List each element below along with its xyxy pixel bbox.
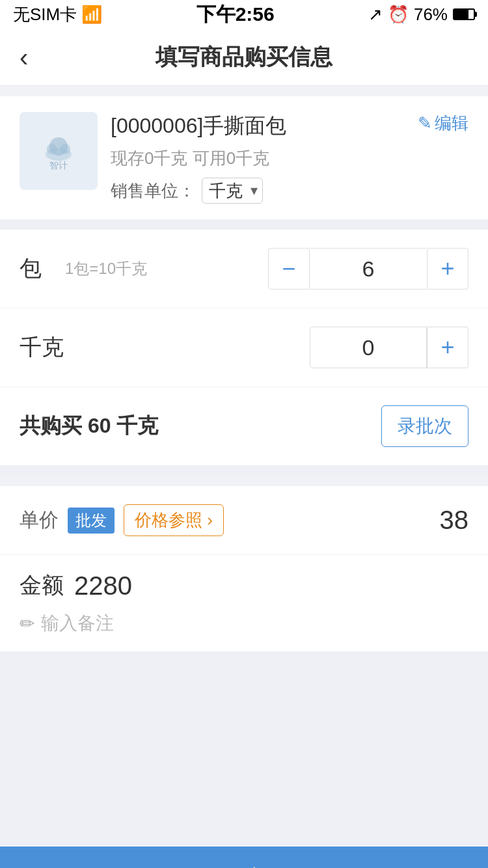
total-amount: 60 xyxy=(88,414,111,437)
package-decrement-button[interactable]: − xyxy=(268,248,310,290)
price-label: 单价 xyxy=(20,507,59,534)
edit-icon: ✎ xyxy=(418,113,432,133)
status-battery: ↗ ⏰ 76% xyxy=(368,5,475,25)
amount-row: 金额 2280 xyxy=(20,571,468,601)
alarm-icon: ⏰ xyxy=(388,5,409,25)
back-button[interactable]: ‹ xyxy=(20,44,28,70)
confirm-button[interactable]: 确定 xyxy=(219,863,269,869)
product-image: 智计 xyxy=(20,112,98,190)
confirm-bar[interactable]: 确定 xyxy=(0,847,488,868)
package-sublabel: 1包=10千克 xyxy=(65,258,268,279)
kg-label: 千克 xyxy=(20,332,64,362)
remark-placeholder: 输入备注 xyxy=(41,611,114,636)
section-separator xyxy=(0,219,488,230)
remark-row[interactable]: ✏ 输入备注 xyxy=(20,611,468,636)
price-value: 38 xyxy=(440,506,469,535)
price-section: 单价 批发 价格参照 › 38 xyxy=(0,486,488,554)
product-stock: 现存0千克 可用0千克 xyxy=(111,147,405,170)
battery-icon xyxy=(453,8,475,20)
package-increment-button[interactable]: + xyxy=(427,248,468,290)
product-name: [0000006]手撕面包 xyxy=(111,112,405,141)
kg-increment-button[interactable]: + xyxy=(427,327,468,368)
svg-text:智计: 智计 xyxy=(49,160,68,170)
product-card: 智计 [0000006]手撕面包 现存0千克 可用0千克 销售单位： 千克 包 … xyxy=(0,96,488,219)
quantity-section: 包 1包=10千克 − + 千克 + xyxy=(0,230,488,387)
product-info: [0000006]手撕面包 现存0千克 可用0千克 销售单位： 千克 包 xyxy=(111,112,405,204)
empty-space xyxy=(0,651,488,847)
price-type-badge: 批发 xyxy=(68,508,115,534)
unit-label: 销售单位： xyxy=(111,180,195,202)
status-time: 下午2:56 xyxy=(197,1,275,28)
status-bar: 无SIM卡 📶 下午2:56 ↗ ⏰ 76% xyxy=(0,0,488,29)
kg-qty-control: + xyxy=(310,327,468,368)
kg-qty-input[interactable] xyxy=(310,327,427,368)
package-qty-row: 包 1包=10千克 − + xyxy=(0,230,488,308)
amount-value: 2280 xyxy=(74,571,132,601)
location-icon: ↗ xyxy=(368,5,383,25)
kg-qty-row: 千克 + xyxy=(0,308,488,387)
unit-select[interactable]: 千克 包 xyxy=(202,178,263,204)
unit-selector[interactable]: 千克 包 xyxy=(202,178,263,204)
status-signal: 无SIM卡 📶 xyxy=(13,3,102,26)
amount-section: 金额 2280 ✏ 输入备注 xyxy=(0,554,488,651)
total-text: 共购买 60 千克 xyxy=(20,412,158,441)
page-title: 填写商品购买信息 xyxy=(156,42,332,72)
edit-button[interactable]: ✎ 编辑 xyxy=(418,112,468,135)
svg-point-3 xyxy=(46,148,72,161)
package-qty-control: − + xyxy=(268,248,468,290)
section-separator-2 xyxy=(0,465,488,476)
product-unit-row: 销售单位： 千克 包 xyxy=(111,178,405,204)
batch-button[interactable]: 录批次 xyxy=(381,405,468,447)
pencil-icon: ✏ xyxy=(20,613,34,634)
nav-bar: ‹ 填写商品购买信息 xyxy=(0,29,488,86)
package-qty-input[interactable] xyxy=(310,248,427,290)
price-reference-button[interactable]: 价格参照 › xyxy=(124,504,224,536)
amount-label: 金额 xyxy=(20,571,64,601)
package-label: 包 xyxy=(20,254,59,284)
total-row: 共购买 60 千克 录批次 xyxy=(0,387,488,465)
